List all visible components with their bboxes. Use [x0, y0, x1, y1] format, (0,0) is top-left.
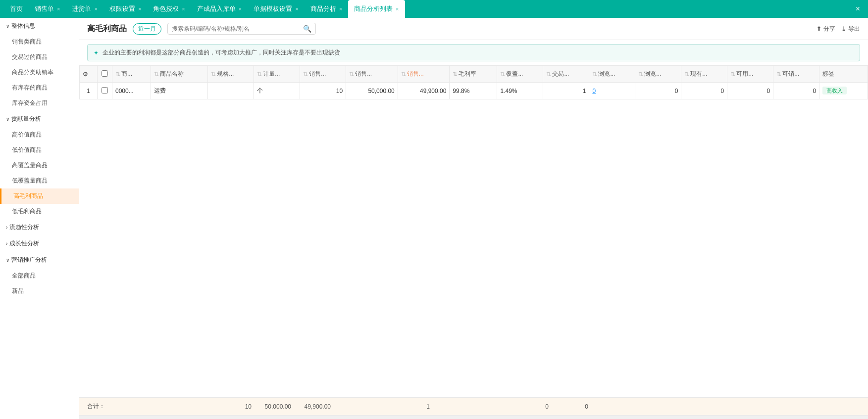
tab-permission[interactable]: 权限设置 ×: [103, 0, 147, 18]
sidebar-item-in-stock[interactable]: 有库存的商品: [0, 80, 79, 95]
sidebar-item-low-coverage[interactable]: 低覆盖量商品: [0, 173, 79, 188]
col-browse2: ⇅浏览...: [635, 66, 681, 83]
footer-values: 10 50,000.00 49,900.00 1 0 0: [117, 403, 860, 410]
sidebar-item-all-goods[interactable]: 全部商品: [0, 268, 79, 283]
main-layout: 《 ∨ 整体信息 销售类商品 交易过的商品 商品分类助销率 有库存的商品 库存资…: [0, 18, 868, 419]
sidebar-group-marketing[interactable]: ∨ 营销推广分析: [0, 252, 79, 268]
footer-available: 0: [553, 403, 592, 410]
col-checkbox[interactable]: [98, 66, 112, 83]
tab-purchase[interactable]: 进货单 ×: [66, 0, 103, 18]
footer-sales-qty-val: 10: [216, 403, 255, 410]
sidebar-item-high-value[interactable]: 高价值商品: [0, 127, 79, 142]
table-header-row: ⚙ ⇅商... ⇅商品名称 ⇅规格...: [80, 66, 868, 83]
tab-product-analysis-close[interactable]: ×: [339, 6, 342, 12]
footer-browse2-spacer: [473, 403, 513, 410]
tab-purchase-close[interactable]: ×: [94, 6, 97, 12]
sort-icon-6[interactable]: ⇅: [349, 71, 354, 78]
tab-role-close[interactable]: ×: [182, 6, 185, 12]
sort-icon-3[interactable]: ⇅: [211, 71, 216, 78]
sidebar-group-contribution[interactable]: ∨ 贡献量分析: [0, 111, 79, 127]
info-icon: ✦: [94, 49, 99, 56]
share-icon: ⬆: [817, 25, 821, 32]
sidebar-item-new-goods[interactable]: 新品: [0, 283, 79, 299]
col-current-stock: ⇅现有...: [681, 66, 727, 83]
col-sales-qty: ⇅销售...: [300, 66, 346, 83]
sidebar-collapse-button[interactable]: 《: [79, 209, 79, 229]
content-area: 高毛利商品 近一月 🔍 ⬆ 分享 ⤓ 导出 ✦ 企业的主要的利润都是这部分商品创…: [79, 18, 868, 419]
row-checkbox[interactable]: [98, 83, 112, 99]
sidebar-item-high-coverage[interactable]: 高覆盖量商品: [0, 158, 79, 173]
sort-icon-9[interactable]: ⇅: [500, 71, 505, 78]
sort-icon-13[interactable]: ⇅: [684, 71, 689, 78]
tab-home[interactable]: 首页: [4, 0, 29, 18]
row-select-checkbox[interactable]: [102, 87, 108, 93]
sidebar-item-low-value[interactable]: 低价值商品: [0, 142, 79, 158]
period-button[interactable]: 近一月: [133, 23, 161, 35]
select-all-checkbox[interactable]: [102, 70, 108, 77]
sidebar-group-overall[interactable]: ∨ 整体信息: [0, 18, 79, 34]
tab-product-analysis-list[interactable]: 商品分析列表 ×: [348, 0, 405, 18]
arrow-down-icon: ∨: [6, 23, 9, 29]
sort-icon-8[interactable]: ⇅: [453, 71, 458, 78]
col-transaction: ⇅交易...: [543, 66, 589, 83]
sort-icon-5[interactable]: ⇅: [303, 71, 308, 78]
col-unit: ⇅计量...: [254, 66, 300, 83]
row-current-stock: 0: [681, 83, 727, 99]
footer-browse-spacer: [434, 403, 473, 410]
sort-icon-4[interactable]: ⇅: [257, 71, 262, 78]
col-spec: ⇅规格...: [208, 66, 254, 83]
top-navigation: 首页 销售单 × 进货单 × 权限设置 × 角色授权 × 产成品入库单 × 单据…: [0, 0, 868, 18]
tab-product-analysis[interactable]: 商品分析 ×: [305, 0, 348, 18]
product-table: ⚙ ⇅商... ⇅商品名称 ⇅规格...: [79, 65, 868, 99]
tab-product-analysis-list-close[interactable]: ×: [396, 6, 399, 12]
row-browse1[interactable]: 0: [589, 83, 635, 99]
sidebar-item-sales-goods[interactable]: 销售类商品: [0, 34, 79, 49]
tab-sales[interactable]: 销售单 ×: [29, 0, 66, 18]
page-title: 高毛利商品: [87, 24, 127, 34]
sidebar-item-high-margin[interactable]: 高毛利商品: [0, 188, 79, 204]
sidebar: 《 ∨ 整体信息 销售类商品 交易过的商品 商品分类助销率 有库存的商品 库存资…: [0, 18, 79, 419]
sidebar-item-stock-capital[interactable]: 库存资金占用: [0, 95, 79, 111]
col-sellable: ⇅可销...: [773, 66, 819, 83]
footer-label: 合计：: [87, 402, 117, 411]
sidebar-item-category-rate[interactable]: 商品分类助销率: [0, 65, 79, 80]
tab-role[interactable]: 角色授权 ×: [147, 0, 191, 18]
share-button[interactable]: ⬆ 分享: [817, 25, 835, 33]
tab-product-inbound-close[interactable]: ×: [239, 6, 242, 12]
close-all-tabs-button[interactable]: ×: [852, 4, 864, 13]
sidebar-item-traded-goods[interactable]: 交易过的商品: [0, 49, 79, 65]
arrow-down-icon-2: ∨: [6, 116, 9, 122]
tab-permission-close[interactable]: ×: [138, 6, 141, 12]
info-banner: ✦ 企业的主要的利润都是这部分商品创造的，可考虑加大推广，同时关注库存是不要出现…: [87, 44, 860, 61]
sort-icon-14[interactable]: ⇅: [730, 71, 735, 78]
sort-icon-2[interactable]: ⇅: [154, 71, 159, 78]
sort-icon[interactable]: ⇅: [115, 71, 120, 78]
tab-template-close[interactable]: ×: [295, 6, 298, 12]
sidebar-group-trend[interactable]: › 流趋性分析: [0, 219, 79, 235]
col-tag: 标签: [819, 66, 868, 83]
col-gross-margin: ⇅毛利率: [450, 66, 497, 83]
tab-sales-close[interactable]: ×: [57, 6, 60, 12]
export-button[interactable]: ⤓ 导出: [841, 25, 860, 33]
content-header: 高毛利商品 近一月 🔍 ⬆ 分享 ⤓ 导出: [79, 18, 868, 40]
footer-transaction: 1: [394, 403, 434, 410]
sort-icon-12[interactable]: ⇅: [638, 71, 643, 78]
sidebar-group-growth[interactable]: › 成长性分析: [0, 235, 79, 252]
search-icon[interactable]: 🔍: [303, 25, 311, 33]
row-name: 运费: [151, 83, 208, 99]
sort-icon-10[interactable]: ⇅: [546, 71, 551, 78]
search-box: 🔍: [167, 23, 316, 35]
table-row: 1 0000... 运费 个 10 50,000.00 49,900.00 99…: [80, 83, 868, 99]
bottom-scrollbar[interactable]: [79, 415, 868, 419]
tab-product-inbound[interactable]: 产成品入库单 ×: [191, 0, 248, 18]
sort-icon-7[interactable]: ⇅: [401, 71, 406, 78]
sidebar-item-low-margin[interactable]: 低毛利商品: [0, 204, 79, 219]
col-available: ⇅可用...: [727, 66, 773, 83]
search-input[interactable]: [172, 25, 303, 32]
row-unit: 个: [254, 83, 300, 99]
tab-template[interactable]: 单据模板设置 ×: [248, 0, 304, 18]
row-num: 1: [80, 83, 98, 99]
sort-icon-11[interactable]: ⇅: [592, 71, 597, 78]
sort-icon-15[interactable]: ⇅: [776, 71, 781, 78]
col-settings[interactable]: ⚙: [80, 66, 98, 83]
